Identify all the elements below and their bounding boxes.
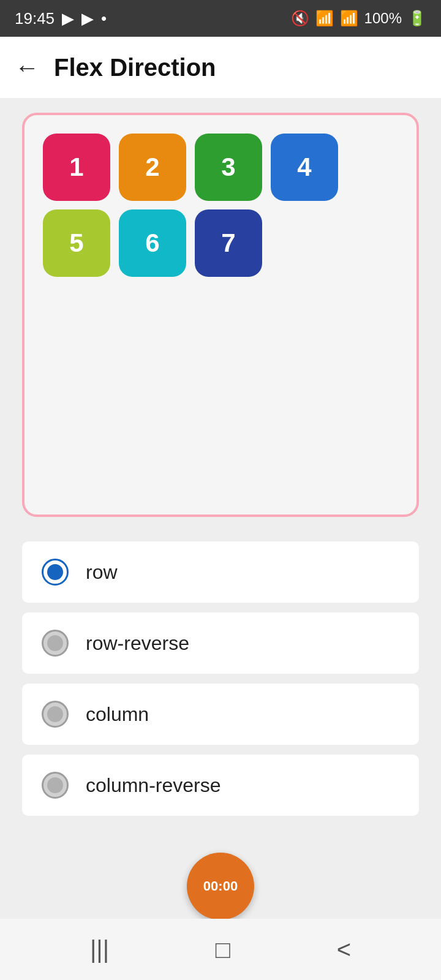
page-title: Flex Direction [54,54,216,81]
timer-area: 00:00 [22,853,419,920]
status-bar: 19:45 ▶ ▶ • 🔇 📶 📶 100% 🔋 [0,0,441,37]
back-button[interactable]: ← [15,55,39,80]
flex-item-5: 5 [43,209,110,277]
bottom-nav: ||| □ < [0,919,441,980]
radio-label-row-reverse: row-reverse [86,632,189,655]
status-right: 🔇 📶 📶 100% 🔋 [291,10,426,27]
status-left: 19:45 ▶ ▶ • [15,9,107,28]
flex-item-3: 3 [195,134,262,201]
radio-circle-column [42,701,69,728]
flex-item-6: 6 [119,209,186,277]
radio-item-column[interactable]: column [22,684,419,745]
radio-label-column-reverse: column-reverse [86,774,221,797]
dot-icon: • [101,9,107,28]
radio-list: rowrow-reversecolumncolumn-reverse [22,541,419,816]
flex-item-1: 1 [43,134,110,201]
radio-label-column: column [86,703,149,726]
nav-back-icon[interactable]: < [337,936,351,963]
flex-box: 1234567 [43,134,398,277]
radio-label-row: row [86,561,118,584]
signal-icon: 📶 [340,10,358,27]
radio-circle-row [42,559,69,586]
app-bar: ← Flex Direction [0,37,441,98]
flex-demo-container: 1234567 [22,113,419,517]
youtube-icon: ▶ [81,9,94,28]
mute-icon: 🔇 [291,10,309,27]
flex-item-2: 2 [119,134,186,201]
radio-circle-column-reverse [42,772,69,799]
main-content: 1234567 rowrow-reversecolumncolumn-rever… [0,98,441,980]
flex-item-4: 4 [271,134,338,201]
battery-pct: 100% [364,10,402,27]
radio-circle-row-reverse [42,630,69,657]
radio-item-row-reverse[interactable]: row-reverse [22,612,419,674]
timer-button[interactable]: 00:00 [187,853,254,920]
radio-item-row[interactable]: row [22,541,419,603]
wifi-icon: 📶 [315,10,334,27]
status-time: 19:45 [15,9,55,28]
battery-icon: 🔋 [408,10,426,27]
nav-menu-icon[interactable]: ||| [90,936,109,963]
radio-item-column-reverse[interactable]: column-reverse [22,755,419,816]
flex-item-7: 7 [195,209,262,277]
nav-home-icon[interactable]: □ [216,936,230,963]
notification-icon: ▶ [62,9,74,28]
